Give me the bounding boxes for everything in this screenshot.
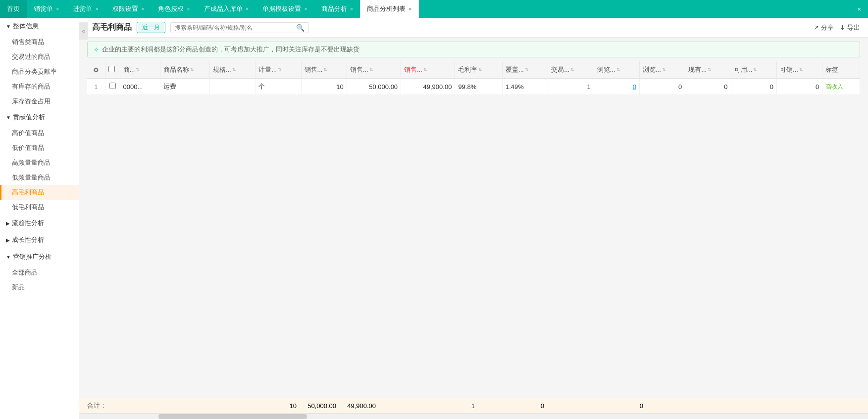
sidebar-section-trend[interactable]: ▶ 流趋性分析 xyxy=(0,215,79,232)
collapse-icon: ▼ xyxy=(6,24,11,29)
sort-saleable-icon[interactable]: ⇅ xyxy=(799,67,803,72)
sidebar-section-financial[interactable]: ▼ 贡献值分析 xyxy=(0,109,79,126)
sort-qty-icon[interactable]: ⇅ xyxy=(323,67,327,72)
nav-product-entry[interactable]: 产成品入库单 × xyxy=(197,0,255,18)
footer-sales-qty: 10 xyxy=(260,402,300,410)
sort-name-icon[interactable]: ⇅ xyxy=(190,67,194,72)
search-input[interactable] xyxy=(175,24,296,31)
close-role-auth-tab[interactable]: × xyxy=(187,6,190,12)
scrollbar-thumb[interactable] xyxy=(158,414,307,419)
sidebar-group-marketing: 全部商品 新品 xyxy=(0,265,79,295)
footer-label: 合计： xyxy=(87,401,116,410)
settings-icon[interactable]: ⚙ xyxy=(93,66,99,74)
sort-stock-icon[interactable]: ⇅ xyxy=(708,67,712,72)
close-product-entry-tab[interactable]: × xyxy=(246,6,249,12)
th-browse2: 浏览... ⇅ xyxy=(639,61,685,79)
top-navigation: 首页 销货单 × 进货单 × 权限设置 × 角色授权 × 产成品入库单 × 单据… xyxy=(0,0,868,18)
row-num: 1 xyxy=(87,79,105,95)
th-name: 商品名称 ⇅ xyxy=(160,61,209,79)
close-sales-tab[interactable]: × xyxy=(56,6,59,12)
footer-trade-count: 1 xyxy=(438,402,478,410)
filter-recent-month-button[interactable]: 近一月 xyxy=(137,22,165,33)
table-footer: 合计： 10 50,000.00 49,900.00 1 0 0 xyxy=(79,398,868,413)
th-unit: 计量... ⇅ xyxy=(255,61,301,79)
page-title: 高毛利商品 xyxy=(92,22,132,33)
sidebar-item-traded-goods[interactable]: 交易过的商品 xyxy=(0,49,79,64)
close-template-tab[interactable]: × xyxy=(304,6,307,12)
footer-saleable: 0 xyxy=(607,402,646,410)
footer-browse2: 0 xyxy=(508,402,547,410)
search-icon[interactable]: 🔍 xyxy=(296,24,305,32)
sidebar-section-overall[interactable]: ▼ 整体信息 xyxy=(0,18,79,35)
th-tag: 标签 xyxy=(822,61,860,79)
th-spec: 规格... ⇅ xyxy=(209,61,255,79)
horizontal-scrollbar[interactable] xyxy=(79,413,868,419)
nav-purchase[interactable]: 进货单 × xyxy=(66,0,105,18)
th-sales-amount: 销售... ⇅ xyxy=(347,61,401,79)
sidebar-item-low-freq[interactable]: 低频量量商品 xyxy=(0,170,79,185)
browse1-link[interactable]: 0 xyxy=(633,83,636,91)
sort-browse1-icon[interactable]: ⇅ xyxy=(616,67,620,72)
sidebar-item-high-value[interactable]: 高价值商品 xyxy=(0,126,79,140)
collapse-marketing-icon: ▼ xyxy=(6,254,11,260)
sort-available-icon[interactable]: ⇅ xyxy=(753,67,757,72)
th-num: ⚙ xyxy=(87,61,105,79)
sidebar-section-growth[interactable]: ▶ 成长性分析 xyxy=(0,232,79,248)
collapse-growth-icon: ▶ xyxy=(6,237,10,243)
sort-coverage-icon[interactable]: ⇅ xyxy=(525,67,529,72)
row-sales-qty: 10 xyxy=(301,79,347,95)
search-box: 🔍 xyxy=(170,22,309,33)
sidebar-item-inventory-capital[interactable]: 库存资金占用 xyxy=(0,94,79,109)
sort-trade-icon[interactable]: ⇅ xyxy=(570,67,574,72)
row-gross-rate: 99.8% xyxy=(455,79,503,95)
sidebar-item-high-margin[interactable]: 高毛利商品 xyxy=(0,185,79,200)
close-analysis-tab[interactable]: × xyxy=(350,6,353,12)
row-unit: 个 xyxy=(255,79,301,95)
close-window-button[interactable]: × xyxy=(850,4,868,13)
tip-icon: ✧ xyxy=(94,46,99,53)
nav-product-analysis-list[interactable]: 商品分析列表 × xyxy=(360,0,418,18)
sidebar-section-marketing[interactable]: ▼ 营销推广分析 xyxy=(0,248,79,265)
share-button[interactable]: ↗ 分享 xyxy=(814,23,834,32)
close-permission-tab[interactable]: × xyxy=(141,6,144,12)
th-available: 可用... ⇅ xyxy=(731,61,776,79)
th-trade-count: 交易... ⇅ xyxy=(548,61,594,79)
close-analysis-list-tab[interactable]: × xyxy=(408,6,411,12)
sidebar-group-financial: 高价值商品 低价值商品 高频量量商品 低频量量商品 高毛利商品 低毛利商品 xyxy=(0,126,79,215)
nav-permission-setup[interactable]: 权限设置 × xyxy=(105,0,151,18)
select-all-checkbox[interactable] xyxy=(108,66,115,72)
sidebar-item-low-margin[interactable]: 低毛利商品 xyxy=(0,200,79,215)
footer-sales-cost: 49,900.00 xyxy=(339,402,379,410)
nav-product-analysis[interactable]: 商品分析 × xyxy=(314,0,360,18)
th-coverage: 覆盖... ⇅ xyxy=(503,61,548,79)
sort-browse2-icon[interactable]: ⇅ xyxy=(662,67,666,72)
sort-amount-icon[interactable]: ⇅ xyxy=(369,67,373,72)
sort-gross-icon[interactable]: ⇅ xyxy=(478,67,482,72)
sort-code-icon[interactable]: ⇅ xyxy=(136,67,140,72)
row-tag: 高收入 xyxy=(822,79,860,95)
nav-role-auth[interactable]: 角色授权 × xyxy=(151,0,197,18)
table-row: 1 0000... 运费 xyxy=(87,79,860,95)
row-code: 0000... xyxy=(120,79,160,95)
sidebar-item-in-stock[interactable]: 有库存的商品 xyxy=(0,79,79,94)
nav-template-setup[interactable]: 单据模板设置 × xyxy=(255,0,314,18)
sidebar-item-low-value[interactable]: 低价值商品 xyxy=(0,140,79,155)
row-coverage: 1.49% xyxy=(503,79,548,95)
sort-spec-icon[interactable]: ⇅ xyxy=(232,67,236,72)
sidebar-item-all-goods[interactable]: 全部商品 xyxy=(0,265,79,280)
export-button[interactable]: ⬇ 导出 xyxy=(840,23,860,32)
row-checkbox[interactable] xyxy=(109,83,116,89)
sidebar-item-contrib-rate[interactable]: 商品分类贡献率 xyxy=(0,64,79,79)
info-banner: ✧ 企业的主要的利润都是这部分商品创造的，可考虑加大推广，同时关注库存是不要出现… xyxy=(87,42,860,57)
sort-unit-icon[interactable]: ⇅ xyxy=(278,67,282,72)
sidebar-item-high-freq[interactable]: 高频量量商品 xyxy=(0,155,79,170)
sidebar-item-new-goods[interactable]: 新品 xyxy=(0,280,79,295)
nav-home[interactable]: 首页 xyxy=(0,0,27,18)
nav-sales[interactable]: 销货单 × xyxy=(27,0,66,18)
sidebar-collapse-button[interactable]: « xyxy=(79,22,88,40)
sidebar-item-sales-ranking[interactable]: 销售类商品 xyxy=(0,35,79,49)
sort-cost-icon[interactable]: ⇅ xyxy=(423,67,427,72)
th-saleable: 可销... ⇅ xyxy=(776,61,822,79)
th-current-stock: 现有... ⇅ xyxy=(685,61,731,79)
close-purchase-tab[interactable]: × xyxy=(95,6,98,12)
